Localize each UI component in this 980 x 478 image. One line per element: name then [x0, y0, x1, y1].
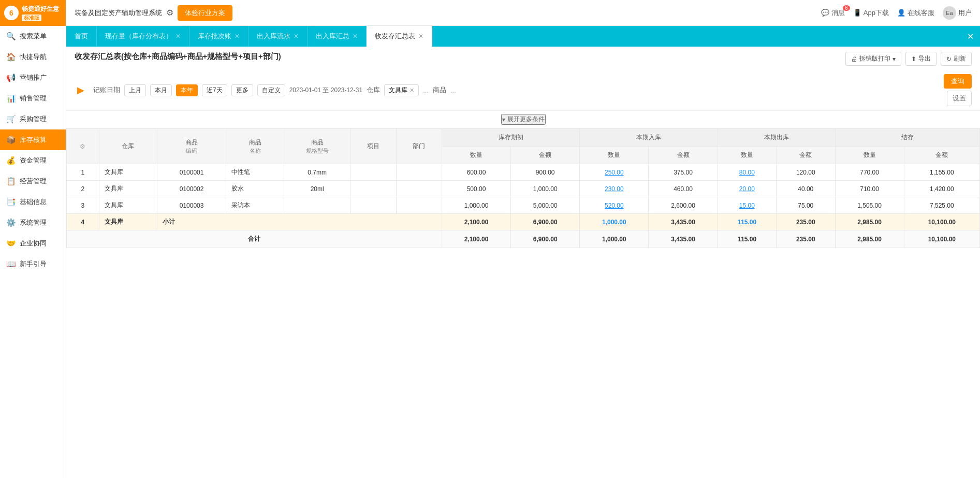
th-opening: 库存期初: [442, 129, 579, 147]
sidebar-item-inventory[interactable]: 📦 库存核算: [0, 129, 66, 150]
sidebar-item-finance[interactable]: 💰 资金管理: [0, 150, 66, 171]
sidebar-item-sales-label: 销售管理: [20, 94, 47, 103]
table-setting-icon[interactable]: ⚙: [67, 129, 99, 164]
finance-icon: 💰: [6, 156, 16, 165]
th-dept: 部门: [396, 129, 442, 164]
sidebar: 6 畅捷通好生意 标准版 🔍 搜索菜单 🏠 快捷导航 📢 营销推广 📊 销售管理…: [0, 0, 66, 478]
tabbar-close-icon[interactable]: ✕: [961, 32, 980, 41]
th-in-qty: 数量: [580, 147, 649, 164]
print-icon: 🖨: [851, 55, 857, 63]
subtotal-out-qty[interactable]: 115.00: [718, 214, 776, 230]
tab-recv-send[interactable]: 收发存汇总表 ✕: [367, 26, 432, 47]
filter-toggle-btn[interactable]: ▶: [75, 84, 87, 96]
tab-in-out-summary[interactable]: 出入库汇总 ✕: [308, 26, 367, 47]
row2-close-qty: 710.00: [835, 181, 904, 197]
app-download-btn[interactable]: 📱 App下载: [853, 8, 889, 18]
tab-in-out-flow-close[interactable]: ✕: [294, 33, 299, 40]
row2-code: 0100002: [157, 181, 226, 197]
th-product-code: 商品编码: [157, 129, 226, 164]
sidebar-item-marketing[interactable]: 📢 营销推广: [0, 67, 66, 88]
warehouse-tag[interactable]: 文具库 ✕: [384, 84, 419, 96]
row2-open-qty: 500.00: [442, 181, 510, 197]
row2-warehouse: 文具库: [99, 181, 157, 197]
row2-name: 胶水: [226, 181, 284, 197]
th-product-spec: 商品规格型号: [284, 129, 350, 164]
operations-icon: 📋: [6, 177, 16, 186]
row2-in-qty[interactable]: 230.00: [580, 181, 649, 197]
row2-spec: 20ml: [284, 181, 350, 197]
row3-code: 0100003: [157, 197, 226, 214]
warehouse-more[interactable]: ...: [423, 86, 429, 94]
product-more[interactable]: ...: [450, 86, 456, 94]
sidebar-item-sales[interactable]: 📊 销售管理: [0, 88, 66, 109]
row3-in-qty[interactable]: 520.00: [580, 197, 649, 214]
sidebar-item-system[interactable]: ⚙️ 系统管理: [0, 212, 66, 233]
subtotal-row: 4 文具库 小计 2,100.00 6,900.00 1,000.00 3,43…: [67, 214, 980, 230]
sidebar-item-guide[interactable]: 📖 新手引导: [0, 254, 66, 274]
sidebar-item-search[interactable]: 🔍 搜索菜单: [0, 26, 66, 47]
tab-batch[interactable]: 库存批次账 ✕: [189, 26, 248, 47]
row3-warehouse: 文具库: [99, 197, 157, 214]
sidebar-item-operations[interactable]: 📋 经营管理: [0, 171, 66, 192]
experience-btn[interactable]: 体验行业方案: [178, 5, 232, 21]
tab-inventory-dist-close[interactable]: ✕: [175, 33, 181, 40]
subtotal-in-qty[interactable]: 1,000.00: [580, 214, 649, 230]
tab-recv-send-close[interactable]: ✕: [418, 33, 423, 40]
tab-in-out-flow[interactable]: 出入库流水 ✕: [248, 26, 308, 47]
th-open-amt: 金额: [511, 147, 580, 164]
row3-close-amt: 7,525.00: [904, 197, 979, 214]
sidebar-item-basic[interactable]: 📑 基础信息: [0, 192, 66, 212]
row1-warehouse: 文具库: [99, 164, 157, 181]
row1-in-qty[interactable]: 250.00: [580, 164, 649, 181]
sidebar-item-quick-nav[interactable]: 🏠 快捷导航: [0, 47, 66, 67]
row3-out-qty[interactable]: 15.00: [718, 197, 776, 214]
sidebar-item-purchase-label: 采购管理: [20, 114, 47, 124]
row3-open-qty: 1,000.00: [442, 197, 510, 214]
tab-inventory-dist[interactable]: 现存量（库存分布表） ✕: [97, 26, 189, 47]
sidebar-item-marketing-label: 营销推广: [20, 73, 47, 82]
row1-out-qty[interactable]: 80.00: [718, 164, 776, 181]
logo-icon: 6: [4, 6, 19, 20]
query-btn[interactable]: 查询: [944, 74, 972, 89]
tab-batch-close[interactable]: ✕: [235, 33, 240, 40]
sales-icon: 📊: [6, 94, 16, 103]
inventory-icon: 📦: [6, 135, 16, 144]
user-btn[interactable]: Ea 用户: [943, 6, 972, 20]
warehouse-tag-close[interactable]: ✕: [409, 87, 414, 94]
expand-btn[interactable]: ▾ 展开更多条件: [501, 114, 546, 125]
online-service-btn[interactable]: 👤 在线客服: [897, 8, 934, 18]
date-custom-btn[interactable]: 自定义: [257, 84, 285, 96]
phone-icon: 📱: [853, 9, 861, 17]
search-menu-icon: 🔍: [6, 32, 16, 41]
message-btn[interactable]: 💬 6 消息: [821, 8, 845, 18]
message-icon: 💬: [821, 9, 829, 17]
row1-close-qty: 770.00: [835, 164, 904, 181]
row1-open-amt: 900.00: [511, 164, 580, 181]
date-this-month-btn[interactable]: 本月: [150, 84, 172, 96]
gear-icon[interactable]: ⚙: [166, 8, 173, 18]
tab-in-out-summary-close[interactable]: ✕: [353, 33, 358, 40]
app-download-label: App下载: [864, 8, 889, 18]
sidebar-item-quick-nav-label: 快捷导航: [20, 52, 47, 62]
date-7days-btn[interactable]: 近7天: [202, 84, 227, 96]
export-btn[interactable]: ⬆ 导出: [905, 52, 937, 66]
total-close-qty: 2,985.00: [835, 230, 904, 248]
total-row: 合计 2,100.00 6,900.00 1,000.00 3,435.00 1…: [67, 230, 980, 248]
tab-home[interactable]: 首页: [66, 26, 97, 47]
filter-area: ▶ 记账日期 上月 本月 本年 近7天 更多 自定义 2023-01-01 至 …: [66, 70, 980, 111]
date-last-month-btn[interactable]: 上月: [124, 84, 146, 96]
setting-btn[interactable]: 设置: [947, 91, 972, 106]
sidebar-item-cooperation[interactable]: 🤝 企业协同: [0, 233, 66, 254]
main-content: 装备及固定资产辅助管理系统 ⚙ 体验行业方案 💬 6 消息 📱 App下载 👤 …: [66, 0, 980, 478]
th-out-amt: 金额: [777, 147, 835, 164]
row3-out-amt: 75.00: [777, 197, 835, 214]
sidebar-item-purchase[interactable]: 🛒 采购管理: [0, 109, 66, 129]
row2-out-qty[interactable]: 20.00: [718, 181, 776, 197]
sidebar-logo: 6 畅捷通好生意 标准版: [0, 0, 66, 26]
date-this-year-btn[interactable]: 本年: [176, 84, 198, 96]
date-more-btn[interactable]: 更多: [231, 84, 253, 96]
subtotal-close-amt: 10,100.00: [904, 214, 979, 230]
refresh-btn[interactable]: ↻ 刷新: [941, 52, 972, 66]
refresh-icon: ↻: [946, 55, 952, 63]
print-btn[interactable]: 🖨 拆镜版打印 ▾: [845, 52, 901, 66]
